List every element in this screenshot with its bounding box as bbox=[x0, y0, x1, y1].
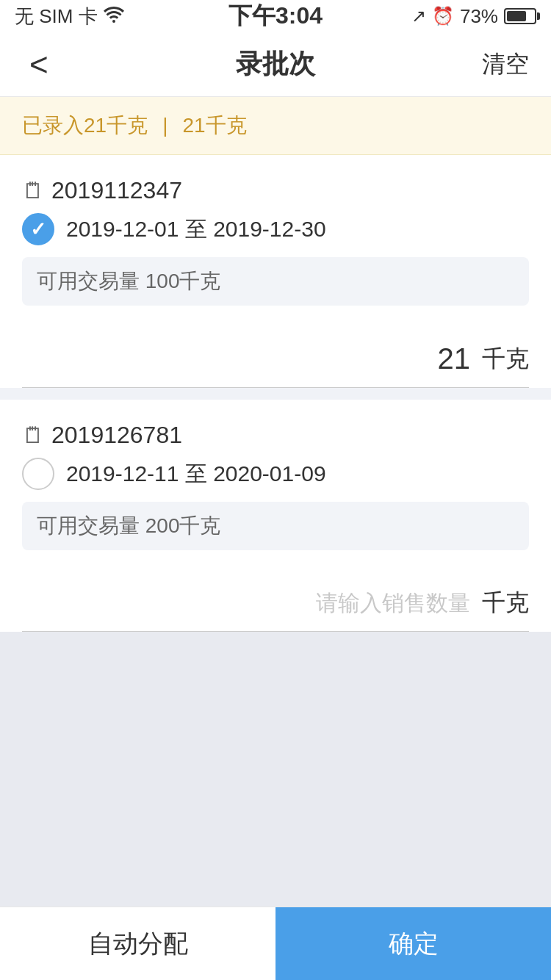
batch2-radio[interactable] bbox=[22, 458, 54, 490]
total-amount: 21千克 bbox=[182, 112, 246, 140]
info-bar: 已录入21千克 | 21千克 bbox=[0, 97, 551, 155]
status-right: ↗ ⏰ 73% bbox=[411, 5, 536, 28]
batch-card-2: 🗒 2019126781 2019-12-11 至 2020-01-09 可用交… bbox=[0, 400, 551, 572]
confirm-button[interactable]: 确定 bbox=[276, 907, 551, 980]
batch2-input-placeholder[interactable]: 请输入销售数量 bbox=[316, 588, 470, 619]
alarm-icon: ⏰ bbox=[432, 6, 454, 26]
batch1-id: 2019112347 bbox=[51, 177, 182, 204]
batch2-qty-label: 可用交易量 200千克 bbox=[37, 514, 221, 537]
batch2-date: 2019-12-11 至 2020-01-09 bbox=[66, 459, 326, 489]
status-bar: 无 SIM 卡 下午3:04 ↗ ⏰ 73% bbox=[0, 0, 551, 32]
batch1-unit: 千克 bbox=[482, 343, 529, 375]
nav-bar: < 录批次 清空 bbox=[0, 32, 551, 97]
bottom-bar: 自动分配 确定 bbox=[0, 907, 551, 980]
location-icon: ↗ bbox=[411, 6, 426, 26]
back-button[interactable]: < bbox=[22, 39, 56, 90]
batch1-header: 🗒 2019112347 bbox=[22, 177, 529, 204]
battery-icon bbox=[504, 8, 536, 24]
batch2-qty-value: 200千克 bbox=[145, 514, 221, 537]
recorded-amount: 已录入21千克 bbox=[22, 112, 148, 140]
status-time: 下午3:04 bbox=[228, 0, 323, 32]
status-left: 无 SIM 卡 bbox=[15, 4, 124, 29]
batch1-qty-value: 100千克 bbox=[145, 270, 221, 292]
batch1-radio[interactable] bbox=[22, 213, 54, 245]
batch2-icon: 🗒 bbox=[22, 423, 44, 448]
batch1-qty-bar: 可用交易量 100千克 bbox=[22, 257, 529, 306]
section-divider-1 bbox=[0, 388, 551, 400]
wifi-icon bbox=[104, 5, 124, 28]
info-divider: | bbox=[162, 114, 168, 137]
batch2-qty-bar: 可用交易量 200千克 bbox=[22, 502, 529, 550]
batch1-icon: 🗒 bbox=[22, 179, 44, 203]
batch2-unit: 千克 bbox=[482, 587, 529, 619]
batch2-date-row: 2019-12-11 至 2020-01-09 bbox=[22, 458, 529, 490]
batch1-date-row: 2019-12-01 至 2019-12-30 bbox=[22, 213, 529, 245]
batch1-date: 2019-12-01 至 2019-12-30 bbox=[66, 215, 326, 245]
page-title: 录批次 bbox=[236, 46, 315, 82]
batch1-qty-input-row: 21 千克 bbox=[0, 328, 551, 390]
clear-button[interactable]: 清空 bbox=[482, 48, 529, 81]
batch1-qty-label: 可用交易量 100千克 bbox=[37, 270, 221, 292]
batch1-input-value[interactable]: 21 bbox=[426, 342, 470, 375]
carrier-text: 无 SIM 卡 bbox=[15, 4, 98, 29]
batch2-header: 🗒 2019126781 bbox=[22, 422, 529, 449]
batch2-input-row: 请输入销售数量 千克 bbox=[0, 572, 551, 634]
gray-area bbox=[0, 632, 551, 948]
battery-percent: 73% bbox=[460, 5, 498, 28]
auto-distribute-button[interactable]: 自动分配 bbox=[0, 907, 276, 980]
batch-card-1: 🗒 2019112347 2019-12-01 至 2019-12-30 可用交… bbox=[0, 155, 551, 328]
batch2-id: 2019126781 bbox=[51, 422, 182, 449]
